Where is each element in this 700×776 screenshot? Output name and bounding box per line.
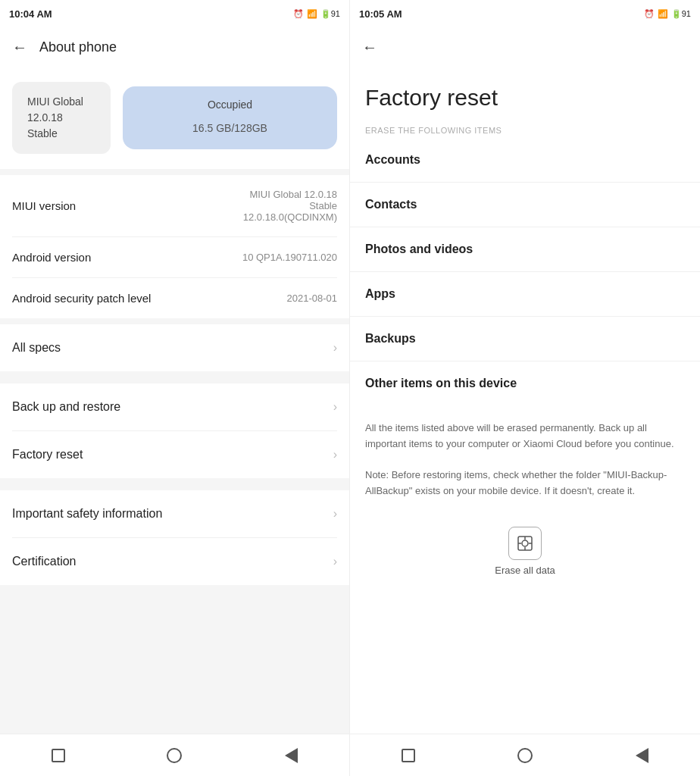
storage-value: 16.5 GB/128GB	[141, 114, 319, 137]
backup-section: Back up and restore › Factory reset ›	[0, 383, 349, 478]
right-recent-apps-button[interactable]	[395, 742, 422, 769]
info-row-miui: MIUI version MIUI Global 12.0.18 Stable …	[12, 175, 337, 237]
right-square-icon	[402, 749, 415, 762]
factory-reset-title: Factory reset	[350, 67, 700, 118]
left-status-bar: 10:04 AM ⏰ 📶 🔋91	[0, 0, 349, 27]
svg-point-1	[522, 540, 528, 546]
right-status-icons: ⏰ 📶 🔋91	[644, 9, 691, 19]
storage-label: Occupied	[141, 99, 319, 111]
page-title: About phone	[39, 39, 117, 55]
right-alarm-icon: ⏰	[644, 9, 655, 19]
cert-label: Certification	[12, 555, 76, 568]
storage-box: Occupied 16.5 GB/128GB	[123, 86, 337, 149]
right-back-button[interactable]: ←	[362, 39, 377, 56]
info-value-android: 10 QP1A.190711.020	[242, 252, 337, 263]
backup-row[interactable]: Back up and restore ›	[12, 383, 337, 431]
allspecs-label: All specs	[12, 341, 61, 355]
factory-reset-page: Factory reset ERASE THE FOLLOWING ITEMS …	[350, 67, 700, 734]
right-battery-icon: 🔋91	[671, 9, 691, 19]
divider-1	[0, 371, 349, 377]
right-panel: 10:05 AM ⏰ 📶 🔋91 ← Factory reset ERASE T…	[350, 0, 700, 776]
chevron-icon-cert: ›	[333, 555, 337, 568]
left-panel: 10:04 AM ⏰ 📶 🔋91 ← About phone MIUI Glob…	[0, 0, 350, 776]
battery-icon: 🔋91	[320, 9, 340, 19]
left-status-icons: ⏰ 📶 🔋91	[293, 9, 340, 19]
left-bottom-nav	[0, 734, 349, 776]
chevron-icon: ›	[333, 341, 337, 355]
recent-apps-button[interactable]	[45, 742, 72, 769]
alarm-icon: ⏰	[293, 9, 304, 19]
right-bottom-nav	[350, 734, 700, 776]
right-triangle-icon	[636, 748, 648, 763]
info-section: MIUI version MIUI Global 12.0.18 Stable …	[0, 175, 349, 318]
right-signal-icon: 📶	[658, 9, 668, 19]
miui-version-box: MIUI Global 12.0.18 Stable	[12, 82, 111, 154]
right-circle-icon	[517, 748, 533, 763]
erase-item-backups: Backups	[350, 317, 700, 361]
circle-icon	[167, 748, 182, 763]
back-nav-button[interactable]	[277, 742, 305, 769]
erase-all-label: Erase all data	[495, 565, 555, 576]
signal-icon: 📶	[307, 9, 317, 19]
safety-row[interactable]: Important safety information ›	[12, 490, 337, 538]
chevron-icon-safety: ›	[333, 507, 337, 521]
erase-item-contacts: Contacts	[350, 183, 700, 227]
erase-item-apps: Apps	[350, 272, 700, 317]
info-label-security: Android security patch level	[12, 292, 151, 305]
factory-reset-label: Factory reset	[12, 448, 83, 462]
home-button[interactable]	[161, 742, 188, 769]
cert-row[interactable]: Certification ›	[12, 538, 337, 585]
left-content: MIUI Global 12.0.18 Stable Occupied 16.5…	[0, 67, 349, 734]
triangle-icon	[285, 748, 298, 763]
divider-2	[0, 478, 349, 484]
chevron-icon-backup: ›	[333, 400, 337, 414]
factory-reset-row[interactable]: Factory reset ›	[12, 431, 337, 478]
left-time: 10:04 AM	[9, 8, 52, 20]
left-toolbar: ← About phone	[0, 27, 349, 67]
info-label-android: Android version	[12, 251, 91, 264]
allspecs-section: All specs ›	[0, 324, 349, 371]
miui-header: MIUI Global 12.0.18 Stable Occupied 16.5…	[0, 67, 349, 169]
erase-all-button[interactable]: Erase all data	[350, 515, 700, 588]
safety-section: Important safety information › Certifica…	[0, 490, 349, 585]
square-icon	[52, 749, 65, 762]
erase-item-other: Other items on this device	[350, 361, 700, 405]
info-row-security: Android security patch level 2021-08-01	[12, 278, 337, 318]
info-row-android: Android version 10 QP1A.190711.020	[12, 237, 337, 278]
erase-item-photos: Photos and videos	[350, 227, 700, 272]
right-back-nav-button[interactable]	[628, 742, 655, 769]
erase-section-label: ERASE THE FOLLOWING ITEMS	[350, 118, 700, 138]
backup-label: Back up and restore	[12, 400, 120, 414]
erase-item-accounts: Accounts	[350, 138, 700, 183]
right-home-button[interactable]	[511, 742, 539, 769]
info-value-security: 2021-08-01	[287, 293, 338, 304]
erase-svg-icon	[516, 534, 534, 552]
allspecs-row[interactable]: All specs ›	[12, 324, 337, 371]
warning-text: All the items listed above will be erase…	[350, 405, 700, 515]
right-time: 10:05 AM	[359, 8, 402, 20]
back-button[interactable]: ←	[12, 39, 27, 56]
miui-version-text: MIUI Global 12.0.18 Stable	[27, 94, 95, 142]
right-status-bar: 10:05 AM ⏰ 📶 🔋91	[350, 0, 700, 27]
info-value-miui: MIUI Global 12.0.18 Stable 12.0.18.0(QCD…	[243, 189, 337, 223]
info-label-miui: MIUI version	[12, 199, 76, 212]
chevron-icon-factory: ›	[333, 448, 337, 462]
erase-all-icon	[508, 527, 542, 560]
right-toolbar: ←	[350, 27, 700, 67]
safety-label: Important safety information	[12, 507, 162, 521]
